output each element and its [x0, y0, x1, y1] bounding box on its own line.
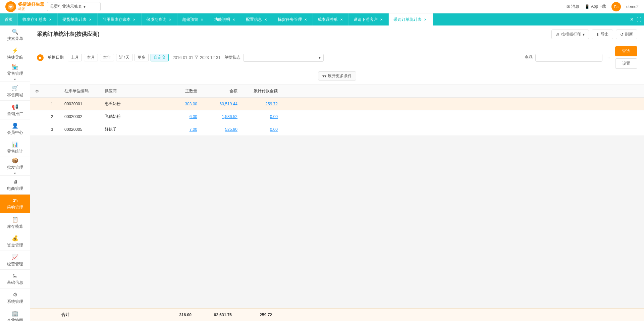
cell-code: 00020001	[60, 98, 101, 110]
close-icon[interactable]: ✕	[263, 17, 268, 22]
tab-shoufacun[interactable]: 收发存汇总表 ✕	[18, 13, 58, 25]
th-gear[interactable]: ⚙	[30, 85, 44, 98]
sidebar-item-inventory[interactable]: 📋 库存核算	[0, 213, 30, 232]
filter-toggle-btn[interactable]: ▶	[37, 54, 44, 61]
quicknav-icon: ⚡	[12, 47, 18, 54]
cell-amount[interactable]: 525.80	[201, 123, 241, 136]
close-icon[interactable]: ✕	[303, 17, 308, 22]
close-icon[interactable]: ✕	[231, 17, 236, 22]
app-download-label: App下载	[591, 4, 606, 9]
th-amount: 金额	[201, 85, 241, 98]
cell-gear	[30, 123, 44, 136]
refresh-button[interactable]: ↺ 刷新	[616, 30, 637, 39]
shortcut-more[interactable]: 更多	[135, 54, 149, 61]
shortcut-this-year[interactable]: 本年	[100, 54, 114, 61]
user-avatar[interactable]: Ea	[611, 2, 621, 11]
sidebar-item-retail[interactable]: 🏪 零售管理 ▾	[0, 63, 30, 82]
cell-paid[interactable]: 0.00	[241, 110, 282, 123]
close-icon[interactable]: ✕	[132, 17, 137, 22]
table-row[interactable]: 2 00020002 飞鹤奶粉 6.00 1,586.52 0.00	[30, 110, 644, 123]
close-icon[interactable]: ✕	[88, 17, 93, 22]
sidebar-item-system[interactable]: ⚙ 系统管理	[0, 288, 30, 307]
shortcut-custom[interactable]: 自定义	[151, 54, 169, 61]
cell-spacer	[282, 98, 644, 110]
tab-paihuo[interactable]: 拣货任务管理 ✕	[273, 13, 313, 25]
tab-keyong[interactable]: 可用量库存账本 ✕	[98, 13, 142, 25]
cell-qty[interactable]: 7.00	[161, 123, 201, 136]
query-button[interactable]: 查询	[615, 46, 637, 56]
status-select[interactable]: ▾	[243, 54, 324, 62]
tab-gongneng[interactable]: 功能说明 ✕	[209, 13, 241, 25]
table-row[interactable]: 1 00020001 惠氏奶粉 303.00 60,519.44 259.72	[30, 98, 644, 110]
cell-spacer	[282, 123, 644, 136]
tab-peizhi[interactable]: 配置信息 ✕	[241, 13, 273, 25]
th-index	[44, 85, 60, 98]
sidebar-item-member[interactable]: 👤 会员中心	[0, 119, 30, 138]
sidebar-label: 零售管理	[7, 71, 23, 76]
query-settings-col: 查询 设置	[615, 46, 637, 69]
app-download-btn[interactable]: 📱 App下载	[585, 4, 606, 9]
tab-yaohuo[interactable]: 要货单统计表 ✕	[58, 13, 98, 25]
cell-paid[interactable]: 0.00	[241, 123, 282, 136]
tab-chaochu[interactable]: 超储预警 ✕	[177, 13, 209, 25]
sidebar-item-search[interactable]: 🔍 搜索菜单	[0, 25, 30, 44]
sidebar-item-ecommerce[interactable]: 🖥 电商管理	[0, 176, 30, 195]
expand-more-btn[interactable]: ▾▾ 展开更多条件	[318, 71, 356, 81]
tab-label: 拣货任务管理	[278, 17, 302, 22]
goods-search-input[interactable]	[535, 54, 602, 62]
cell-amount[interactable]: 60,519.44	[201, 98, 241, 110]
filter-right: 商品 ···	[525, 54, 611, 62]
tab-baobao[interactable]: 保质期查询 ✕	[142, 13, 177, 25]
tab-caigou-active[interactable]: 采购订单统计表 ✕	[389, 13, 433, 25]
close-icon[interactable]: ✕	[339, 17, 344, 22]
nav-close-btn[interactable]: ✕	[630, 17, 634, 22]
sidebar-label: 经营管理	[7, 262, 23, 266]
sidebar-item-purchase[interactable]: 🛍 采购管理	[0, 195, 30, 213]
cell-qty[interactable]: 6.00	[161, 110, 201, 123]
cell-supplier: 好孩子	[101, 123, 161, 136]
print-icon: 🖨	[556, 32, 560, 37]
message-btn[interactable]: ✉ 消息	[567, 4, 579, 9]
sidebar-label: 库存核算	[7, 224, 23, 229]
system-icon: ⚙	[13, 291, 17, 298]
close-icon[interactable]: ✕	[423, 17, 428, 22]
goods-filter-label: 商品	[525, 55, 533, 60]
tab-chengben[interactable]: 成本调整单 ✕	[313, 13, 349, 25]
sidebar-item-retail-stats[interactable]: 📊 零售统计	[0, 138, 30, 157]
more-options-icon[interactable]: ···	[605, 54, 611, 61]
cell-amount[interactable]: 1,586.52	[201, 110, 241, 123]
cell-qty[interactable]: 303.00	[161, 98, 201, 110]
table-body: 1 00020001 惠氏奶粉 303.00 60,519.44 259.72 …	[30, 98, 644, 136]
date-from: 2016-01-01	[173, 55, 193, 60]
cell-paid[interactable]: 259.72	[241, 98, 282, 110]
close-icon[interactable]: ✕	[168, 17, 172, 22]
filter-middle: 单据状态 ▾	[224, 54, 521, 62]
settings-button[interactable]: 设置	[615, 58, 637, 69]
tab-yaoqing[interactable]: 邀请下游客户 ✕	[349, 13, 389, 25]
sidebar-item-basic[interactable]: 🗂 基础信息	[0, 270, 30, 288]
export-button[interactable]: ⬇ 导出	[592, 30, 613, 39]
sidebar-item-retail-shop[interactable]: 🛒 零售商城	[0, 82, 30, 101]
shortcut-this-month[interactable]: 本月	[84, 54, 98, 61]
finance-icon: 💰	[12, 235, 18, 242]
close-icon[interactable]: ✕	[200, 17, 204, 22]
close-icon[interactable]: ✕	[379, 17, 384, 22]
sidebar-item-enterprise[interactable]: 🏢 企业协同	[0, 307, 30, 321]
shortcut-last-month[interactable]: 上月	[68, 54, 82, 61]
sidebar-item-operation[interactable]: 📈 经营管理	[0, 251, 30, 270]
sidebar-item-finance[interactable]: 💰 资金管理	[0, 232, 30, 251]
sidebar-item-marketing[interactable]: 📢 营销推广	[0, 101, 30, 119]
sidebar-item-wholesale[interactable]: 📦 批发管理 ▾	[0, 157, 30, 176]
data-table: ⚙ 往来单位编码 供应商 主数量 金额 累计付款金额	[30, 85, 644, 136]
print-button[interactable]: 🖨 按模板打印 ▾	[551, 30, 589, 39]
workspace-selector[interactable]: 母婴行业演示账套 ▾	[47, 2, 101, 11]
date-range-display: 2016-01-01 至 2023-12-31	[173, 55, 221, 60]
sidebar-item-quicknav[interactable]: ⚡ 快捷导航	[0, 44, 30, 63]
table-row[interactable]: 3 00020005 好孩子 7.00 525.80 0.00	[30, 123, 644, 136]
tab-home[interactable]: 首页	[0, 13, 18, 25]
nav-expand-btn[interactable]: ⛶	[637, 17, 641, 22]
filter-area: ▶ 单据日期 上月 本月 本年 近7天 更多 自定义 2016-01-01 至 …	[30, 42, 644, 85]
sidebar-label: 基础信息	[7, 280, 23, 285]
close-icon[interactable]: ✕	[48, 17, 53, 22]
shortcut-7days[interactable]: 近7天	[116, 54, 132, 61]
